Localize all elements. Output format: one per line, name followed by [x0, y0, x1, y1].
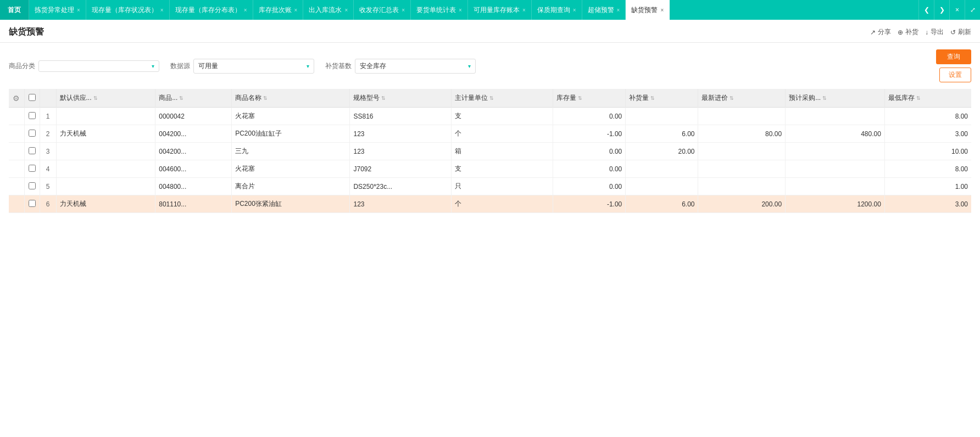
refresh-icon: ↺: [950, 29, 956, 36]
nav-scroll-right[interactable]: ❯: [934, 0, 949, 20]
nav-tab-expiry-query[interactable]: 保质期查询 ×: [532, 0, 582, 20]
nav-tab-shortage-warning[interactable]: 缺货预警 ×: [626, 0, 670, 20]
th-default-supplier[interactable]: 默认供应... ⇅: [56, 89, 155, 108]
nav-tab-inventory-dist[interactable]: 现存量（库存分布表） ×: [170, 0, 253, 20]
share-button[interactable]: ↗ 分享: [870, 27, 891, 37]
td-est-purchase-1: [786, 108, 885, 125]
filter-category-select[interactable]: ▾: [38, 60, 159, 72]
th-stock-qty[interactable]: 库存量 ⇅: [553, 89, 626, 108]
th-unit[interactable]: 主计量单位 ⇅: [451, 89, 553, 108]
filter-datasource-label: 数据源: [170, 61, 190, 71]
td-stock-qty-4: 0.00: [553, 160, 626, 178]
filter-category-group: 商品分类 ▾: [9, 60, 159, 72]
row-checkbox-2[interactable]: [29, 130, 36, 137]
close-tab-overstock-warning[interactable]: ×: [617, 7, 620, 13]
td-replenish-qty-5: [626, 178, 698, 195]
td-spec-2: 123: [350, 125, 451, 143]
close-tab-order-stat[interactable]: ×: [459, 7, 462, 13]
th-est-purchase[interactable]: 预计采购... ⇅: [786, 89, 885, 108]
th-product-code[interactable]: 商品... ⇅: [155, 89, 232, 108]
nav-tab-refine-anomaly[interactable]: 拣货异常处理 ×: [29, 0, 86, 20]
th-gear[interactable]: ⚙: [9, 89, 24, 108]
export-button[interactable]: ↓ 导出: [925, 27, 944, 37]
td-gear-6: [9, 195, 24, 213]
th-latest-price[interactable]: 最新进价 ⇅: [698, 89, 786, 108]
row-checkbox-1[interactable]: [29, 112, 36, 119]
nav-tab-order-stat[interactable]: 要货单统计表 ×: [411, 0, 468, 20]
td-unit-1: 支: [451, 108, 553, 125]
close-tab-refine-anomaly[interactable]: ×: [77, 7, 80, 13]
td-gear-3: [9, 143, 24, 160]
td-spec-1: SS816: [350, 108, 451, 125]
nav-tab-batch-account[interactable]: 库存批次账 ×: [253, 0, 304, 20]
td-checkbox-2[interactable]: [24, 125, 40, 143]
nav-close-window[interactable]: ×: [949, 0, 965, 20]
close-tab-in-out-flow[interactable]: ×: [344, 7, 348, 13]
td-min-stock-5: 1.00: [884, 178, 971, 195]
filter-datasource-select[interactable]: 可用量 ▾: [193, 59, 314, 74]
row-checkbox-6[interactable]: [29, 200, 36, 207]
td-spec-6: 123: [350, 195, 451, 213]
td-unit-5: 只: [451, 178, 553, 195]
td-checkbox-1[interactable]: [24, 108, 40, 125]
td-row-num-5: 5: [40, 178, 56, 195]
export-icon: ↓: [925, 29, 928, 36]
nav-tab-home[interactable]: 首页: [0, 0, 29, 20]
close-tab-expiry-query[interactable]: ×: [573, 7, 576, 13]
td-row-num-4: 4: [40, 160, 56, 178]
td-product-code-2: 004200...: [155, 125, 232, 143]
th-product-name[interactable]: 商品名称 ⇅: [232, 89, 350, 108]
filter-replenish-basis-select[interactable]: 安全库存 ▾: [355, 59, 476, 74]
refresh-button[interactable]: ↺ 刷新: [950, 27, 971, 37]
td-unit-3: 箱: [451, 143, 553, 160]
td-product-code-5: 004800...: [155, 178, 232, 195]
nav-tab-overstock-warning[interactable]: 超储预警 ×: [582, 0, 626, 20]
close-tab-shortage-warning[interactable]: ×: [660, 7, 664, 13]
nav-tab-receive-summary[interactable]: 收发存汇总表 ×: [354, 0, 411, 20]
td-latest-price-1: [698, 108, 786, 125]
close-tab-receive-summary[interactable]: ×: [402, 7, 405, 13]
filter-datasource-value: 可用量: [198, 61, 218, 71]
share-icon: ↗: [870, 29, 876, 36]
close-tab-available-ledger[interactable]: ×: [522, 7, 526, 13]
th-spec[interactable]: 规格型号 ⇅: [350, 89, 451, 108]
page-title: 缺货预警: [9, 26, 44, 38]
close-tab-batch-account[interactable]: ×: [294, 7, 298, 13]
sort-icon-latest-price: ⇅: [730, 96, 734, 101]
td-stock-qty-1: 0.00: [553, 108, 626, 125]
td-checkbox-5[interactable]: [24, 178, 40, 195]
table-row: 5 004800... 离合片 DS250*23c... 只 0.00 1.00: [9, 178, 971, 195]
td-checkbox-4[interactable]: [24, 160, 40, 178]
close-tab-inventory-status[interactable]: ×: [160, 7, 164, 13]
filter-replenish-basis-label: 补货基数: [325, 61, 352, 71]
td-product-name-3: 三九: [232, 143, 350, 160]
nav-scroll-left[interactable]: ❮: [918, 0, 934, 20]
th-replenish-qty[interactable]: 补货量 ⇅: [626, 89, 698, 108]
nav-tab-in-out-flow[interactable]: 出入库流水 ×: [303, 0, 354, 20]
td-stock-qty-2: -1.00: [553, 125, 626, 143]
td-gear-5: [9, 178, 24, 195]
row-checkbox-4[interactable]: [29, 165, 36, 172]
select-all-checkbox[interactable]: [29, 94, 36, 101]
query-button[interactable]: 查询: [936, 49, 971, 64]
td-default-supplier-3: [56, 143, 155, 160]
row-checkbox-5[interactable]: [29, 182, 36, 189]
td-stock-qty-3: 0.00: [553, 143, 626, 160]
row-checkbox-3[interactable]: [29, 147, 36, 154]
gear-settings-icon[interactable]: ⚙: [13, 94, 20, 103]
sort-icon-product-name: ⇅: [263, 96, 268, 101]
td-product-name-4: 火花塞: [232, 160, 350, 178]
nav-tab-available-ledger[interactable]: 可用量库存账本 ×: [468, 0, 532, 20]
td-checkbox-3[interactable]: [24, 143, 40, 160]
th-min-stock[interactable]: 最低库存 ⇅: [884, 89, 971, 108]
settings-button[interactable]: 设置: [939, 68, 971, 82]
td-gear-1: [9, 108, 24, 125]
nav-tab-inventory-status[interactable]: 现存量（库存状况表） ×: [86, 0, 170, 20]
td-checkbox-6[interactable]: [24, 195, 40, 213]
table-header-row: ⚙ 默认供应... ⇅ 商品...: [9, 89, 971, 108]
close-tab-inventory-dist[interactable]: ×: [244, 7, 247, 13]
replenish-button[interactable]: ⊕ 补货: [898, 27, 918, 37]
table-row: 1 0000042 火花塞 SS816 支 0.00 8.00: [9, 108, 971, 125]
td-row-num-2: 2: [40, 125, 56, 143]
nav-fullscreen[interactable]: ⤢: [965, 0, 980, 20]
